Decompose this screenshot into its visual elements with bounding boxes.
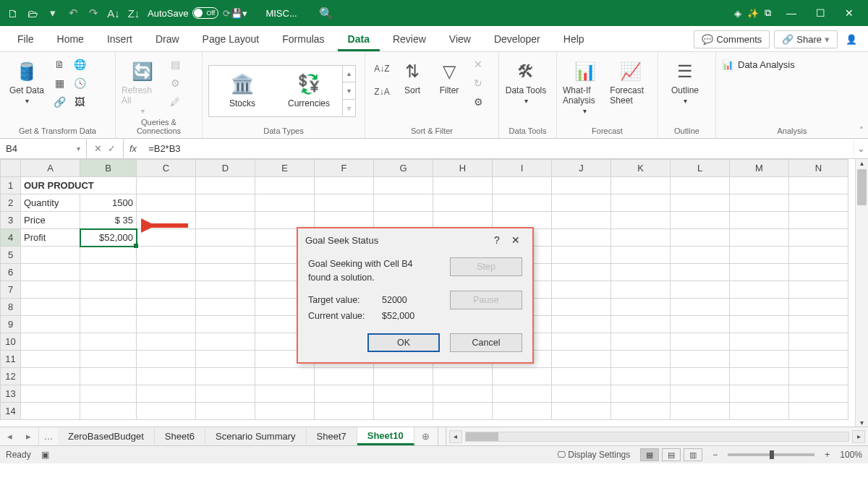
cell[interactable]: Profit <box>21 229 80 247</box>
cell[interactable] <box>255 177 315 194</box>
cell[interactable] <box>611 194 671 212</box>
cell[interactable] <box>493 194 552 212</box>
add-sheet-button[interactable]: ⊕ <box>414 427 438 445</box>
cell[interactable] <box>671 247 730 264</box>
row-header[interactable]: 4 <box>1 229 21 247</box>
cell[interactable] <box>671 316 730 333</box>
comments-button[interactable]: 💬 Comments <box>694 30 770 48</box>
cell[interactable] <box>196 281 255 299</box>
select-all-corner[interactable] <box>1 160 21 177</box>
cell[interactable] <box>611 281 671 299</box>
cell[interactable] <box>80 351 137 368</box>
cell[interactable] <box>730 333 789 351</box>
cell[interactable] <box>552 281 611 299</box>
cell[interactable] <box>552 247 611 264</box>
filter-button[interactable]: ▽Filter <box>432 56 467 95</box>
maximize-button[interactable]: ☐ <box>806 0 835 26</box>
row-header[interactable]: 6 <box>1 264 21 281</box>
cancel-button[interactable]: Cancel <box>450 333 522 352</box>
cell[interactable] <box>315 194 374 212</box>
scroll-down-icon[interactable]: ▾ <box>856 419 868 427</box>
tab-page-layout[interactable]: Page Layout <box>192 27 270 51</box>
cell[interactable] <box>196 368 255 385</box>
cell[interactable] <box>196 403 255 420</box>
cell[interactable]: 1500 <box>80 194 137 212</box>
sort-button[interactable]: ⇅Sort <box>396 56 429 95</box>
column-header[interactable]: J <box>552 160 611 177</box>
row-header[interactable]: 1 <box>1 177 21 194</box>
cell[interactable] <box>730 264 789 281</box>
save-icon[interactable]: 💾 <box>231 8 242 19</box>
cell[interactable] <box>493 403 552 420</box>
cell[interactable] <box>552 177 611 194</box>
formula-input[interactable]: =B2*B3 <box>142 139 854 158</box>
sort-asc-button[interactable]: A↓Z <box>371 61 393 77</box>
cell[interactable] <box>730 247 789 264</box>
cell[interactable] <box>611 403 671 420</box>
cell[interactable] <box>21 333 80 351</box>
cell[interactable] <box>611 212 671 229</box>
magic-icon[interactable]: ✨ <box>747 8 759 19</box>
recent-sources-icon[interactable]: 🕓 <box>71 75 88 91</box>
currencies-type[interactable]: 💱Currencies <box>276 73 342 108</box>
column-header[interactable]: G <box>374 160 433 177</box>
sheet-nav-more[interactable]: … <box>39 427 58 445</box>
gallery-more-icon[interactable]: ▿ <box>343 100 355 116</box>
cell[interactable]: OUR PRODUCT <box>21 177 137 194</box>
gallery-up-icon[interactable]: ▴ <box>343 65 355 82</box>
cell[interactable] <box>80 333 137 351</box>
cell[interactable] <box>671 281 730 299</box>
cell[interactable] <box>374 194 433 212</box>
cell[interactable] <box>789 264 848 281</box>
cell[interactable] <box>80 403 137 420</box>
cell[interactable] <box>611 264 671 281</box>
close-button[interactable]: ✕ <box>835 0 864 26</box>
cell[interactable] <box>137 403 196 420</box>
zoom-in-button[interactable]: + <box>825 450 830 460</box>
cell[interactable] <box>611 385 671 403</box>
cell[interactable] <box>21 403 80 420</box>
cell[interactable] <box>552 264 611 281</box>
cell[interactable] <box>789 351 848 368</box>
cell[interactable] <box>611 368 671 385</box>
cell[interactable] <box>137 229 196 247</box>
autosave-toggle[interactable]: AutoSave Off <box>148 7 218 19</box>
row-header[interactable]: 13 <box>1 385 21 403</box>
cell[interactable] <box>789 281 848 299</box>
tab-file[interactable]: File <box>7 27 44 51</box>
tab-review[interactable]: Review <box>383 27 436 51</box>
minimize-button[interactable]: — <box>777 0 806 26</box>
expand-formula-icon[interactable]: ⌄ <box>854 139 868 158</box>
cell[interactable] <box>671 264 730 281</box>
cell[interactable] <box>611 316 671 333</box>
clear-filter-icon[interactable]: ✕ <box>469 56 487 72</box>
column-header[interactable]: M <box>730 160 789 177</box>
cell[interactable] <box>671 177 730 194</box>
stocks-type[interactable]: 🏛️Stocks <box>209 73 276 108</box>
cell[interactable] <box>789 229 848 247</box>
cell[interactable] <box>21 368 80 385</box>
cell[interactable] <box>21 351 80 368</box>
cell[interactable] <box>493 177 552 194</box>
row-header[interactable]: 2 <box>1 194 21 212</box>
cancel-formula-icon[interactable]: ✕ <box>94 143 102 154</box>
cell[interactable] <box>671 212 730 229</box>
dialog-help-button[interactable]: ? <box>488 234 506 246</box>
cell[interactable] <box>80 299 137 316</box>
column-header[interactable]: N <box>789 160 848 177</box>
cell[interactable] <box>80 385 137 403</box>
cell[interactable] <box>789 403 848 420</box>
from-table-icon[interactable]: ▦ <box>51 75 68 91</box>
pause-button[interactable]: Pause <box>450 291 522 309</box>
cell[interactable] <box>196 299 255 316</box>
cell[interactable] <box>21 299 80 316</box>
cell[interactable] <box>137 212 196 229</box>
cell[interactable] <box>196 177 255 194</box>
tab-developer[interactable]: Developer <box>484 27 550 51</box>
name-box[interactable]: B4▾ <box>0 139 87 158</box>
normal-view-button[interactable]: ▦ <box>640 448 659 461</box>
row-header[interactable]: 3 <box>1 212 21 229</box>
open-file-icon[interactable]: 🗁 <box>25 5 41 21</box>
new-file-icon[interactable]: 🗋 <box>4 5 20 21</box>
scroll-thumb[interactable] <box>857 169 867 205</box>
